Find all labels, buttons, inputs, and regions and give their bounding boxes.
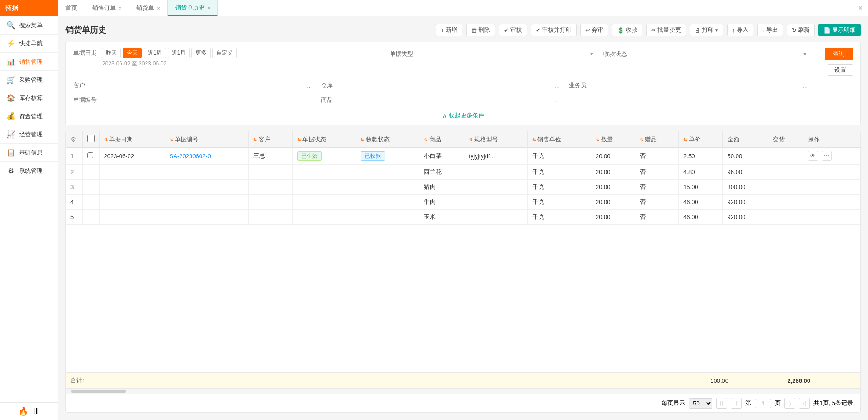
- salesperson-input[interactable]: [597, 80, 799, 90]
- col-unit[interactable]: ⇅ 销售单位: [527, 131, 591, 148]
- row-checkbox-cell[interactable]: [82, 180, 99, 195]
- row-checkbox[interactable]: [87, 152, 93, 158]
- page-content: 销货单历史 + 新增 🗑 删除 ✔ 审核 ✔ 审核并打印 ↩ 弃审: [58, 16, 868, 420]
- collect-status-input[interactable]: [635, 49, 803, 59]
- more-action-icon[interactable]: ⋯: [822, 151, 832, 161]
- export-button[interactable]: ↓ 导出: [757, 24, 783, 36]
- main-area: 首页 销售订单 × 销货单 × 销货单历史 × × 销货单历史 + 新增: [58, 0, 868, 420]
- sidebar-item-fund-mgmt[interactable]: 💰 资金管理: [0, 107, 58, 125]
- row-gift-cell: 否: [635, 195, 679, 210]
- col-customer[interactable]: ⇅ 客户: [249, 131, 293, 148]
- row-checkbox-cell[interactable]: [82, 195, 99, 210]
- row-transaction-cell: [768, 180, 803, 195]
- col-goods[interactable]: ⇅ 商品: [419, 131, 464, 148]
- select-all-checkbox[interactable]: [87, 135, 95, 142]
- view-action-icon[interactable]: 👁: [808, 151, 818, 161]
- col-unit-price[interactable]: ⇅ 单价: [679, 131, 723, 148]
- row-checkbox-cell[interactable]: [82, 210, 99, 225]
- row-action-cell: [803, 165, 860, 180]
- goods-picker-btn[interactable]: ...: [555, 97, 560, 104]
- refresh-button[interactable]: ↻ 刷新: [787, 24, 815, 36]
- page-number-input[interactable]: [755, 399, 771, 408]
- tab-sales-goods-close[interactable]: ×: [157, 5, 160, 11]
- sidebar-item-search-menu[interactable]: 🔍 搜索菜单: [0, 16, 58, 35]
- col-doc-status[interactable]: ⇅ 单据状态: [292, 131, 356, 148]
- last-page-button[interactable]: ⟩⟩: [799, 398, 810, 409]
- collect-button[interactable]: 💲 收款: [612, 24, 642, 36]
- salesperson-filter: 业务员 ...: [569, 80, 808, 90]
- import-button[interactable]: ↑ 导入: [727, 24, 753, 36]
- sidebar-item-biz-mgmt[interactable]: 📈 经营管理: [0, 125, 58, 144]
- doc-no-input[interactable]: [102, 95, 312, 105]
- batch-change-button[interactable]: ✏ 批量变更: [646, 24, 686, 36]
- goods-input[interactable]: [350, 95, 551, 105]
- date-btn-custom[interactable]: 自定义: [212, 48, 237, 58]
- print-button[interactable]: 🖨 打印 ▾: [690, 24, 723, 36]
- date-btn-last-month[interactable]: 近1月: [168, 48, 190, 58]
- next-page-button[interactable]: ⟩: [784, 398, 795, 409]
- doc-type-select-wrapper[interactable]: ▾: [418, 48, 596, 60]
- customer-picker-btn[interactable]: ...: [307, 82, 312, 89]
- col-spec[interactable]: ⇅ 规格型号: [464, 131, 527, 148]
- tab-sales-history-close[interactable]: ×: [207, 5, 210, 10]
- col-collect-status[interactable]: ⇅ 收款状态: [356, 131, 419, 148]
- sidebar-item-basic-info[interactable]: 📋 基础信息: [0, 144, 58, 162]
- sidebar-item-purchase-mgmt[interactable]: 🛒 采购管理: [0, 71, 58, 89]
- col-gift[interactable]: ⇅ 赠品: [635, 131, 679, 148]
- query-button[interactable]: 查询: [825, 48, 853, 60]
- row-qty-cell: 20.00: [591, 165, 635, 180]
- table-row: 3 猪肉 千克 20.00 否 15.00 300.00: [66, 180, 860, 195]
- row-spec-cell: [464, 210, 527, 225]
- tab-sales-order[interactable]: 销售订单 ×: [85, 0, 129, 16]
- salesperson-picker-btn[interactable]: ...: [803, 82, 808, 89]
- add-button[interactable]: + 新增: [436, 24, 462, 36]
- delete-button[interactable]: 🗑 删除: [466, 24, 495, 36]
- date-btn-more[interactable]: 更多: [191, 48, 211, 58]
- pause-icon[interactable]: ⏸: [32, 406, 40, 416]
- show-detail-button[interactable]: 📄 显示明细: [818, 24, 861, 36]
- tab-sales-order-close[interactable]: ×: [119, 5, 121, 11]
- audit-button[interactable]: ✔ 审核: [499, 24, 527, 36]
- date-btn-last7[interactable]: 近1周: [144, 48, 166, 58]
- audit-print-icon: ✔: [536, 27, 541, 34]
- col-qty[interactable]: ⇅ 数量: [591, 131, 635, 148]
- horizontal-scrollbar[interactable]: [66, 388, 860, 394]
- audit-print-button[interactable]: ✔ 审核并打印: [531, 24, 577, 36]
- sidebar-item-sales-mgmt[interactable]: 📊 销售管理: [0, 53, 58, 71]
- fire-icon[interactable]: 🔥: [18, 406, 28, 416]
- collapse-button[interactable]: ∧ 收起更多条件: [73, 110, 853, 120]
- col-doc-status-sort-icon: ⇅: [297, 137, 301, 142]
- discard-button[interactable]: ↩ 弃审: [580, 24, 608, 36]
- table-settings-icon[interactable]: ⚙: [70, 135, 76, 143]
- sidebar-item-inventory-calc[interactable]: 🏠 库存核算: [0, 89, 58, 107]
- per-page-select[interactable]: 20 50 100: [689, 398, 712, 409]
- first-page-button[interactable]: ⟨⟨: [716, 398, 727, 409]
- sidebar-item-sys-mgmt[interactable]: ⚙ 系统管理: [0, 162, 58, 180]
- row-action-cell: [803, 210, 860, 225]
- date-btn-yesterday[interactable]: 昨天: [102, 48, 121, 58]
- warehouse-input[interactable]: [350, 80, 551, 90]
- row-checkbox-cell[interactable]: [82, 165, 99, 180]
- prev-page-button[interactable]: ⟨: [731, 398, 742, 409]
- tab-sales-history[interactable]: 销货单历史 ×: [168, 0, 218, 16]
- doc-type-input[interactable]: [421, 49, 590, 59]
- tab-home[interactable]: 首页: [58, 0, 85, 16]
- set-button[interactable]: 设置: [828, 64, 853, 76]
- sidebar-item-quick-nav[interactable]: ⚡ 快捷导航: [0, 35, 58, 53]
- doc-no-link[interactable]: SA-20230602-0: [170, 153, 211, 160]
- sidebar-bottom: 🔥 ⏸: [0, 402, 58, 420]
- tab-sales-goods[interactable]: 销货单 ×: [129, 0, 167, 16]
- row-transaction-cell: [768, 165, 803, 180]
- window-close-button[interactable]: ×: [853, 4, 868, 12]
- date-btn-today[interactable]: 今天: [123, 48, 142, 58]
- row-checkbox-cell[interactable]: [82, 148, 99, 165]
- collect-status-select-wrapper[interactable]: ▾: [632, 48, 809, 60]
- col-checkbox[interactable]: [82, 131, 99, 148]
- col-doc-no[interactable]: ⇅ 单据编号: [165, 131, 249, 148]
- scroll-thumb[interactable]: [71, 390, 126, 393]
- col-date[interactable]: ⇅ 单据日期: [99, 131, 165, 148]
- customer-input[interactable]: [102, 80, 303, 90]
- warehouse-picker-btn[interactable]: ...: [555, 82, 560, 89]
- row-qty-cell: 20.00: [591, 148, 635, 165]
- col-gear[interactable]: ⚙: [66, 131, 82, 148]
